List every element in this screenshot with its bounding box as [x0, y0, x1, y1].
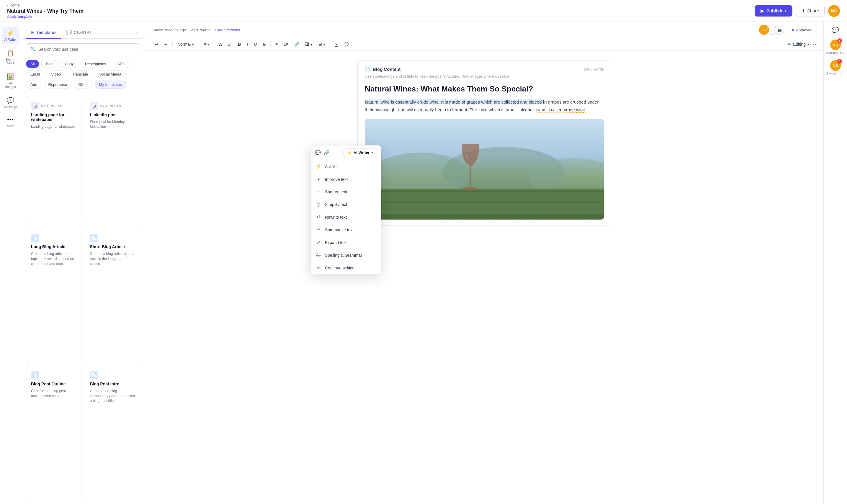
formula-button[interactable]: ∑ — [332, 40, 340, 48]
template-card-blog-intro[interactable]: 📄 Blog Post Intro Generates a blog intro… — [85, 366, 141, 499]
ai-menu-expand-text[interactable]: ⤢ Expand text — [311, 236, 381, 249]
ai-writer-dropdown: 💬 🔗 ⚡ AI Writer ▾ ⚡ Ask AI ✦ Imp — [310, 145, 381, 274]
bullet-list-button[interactable]: ≡ — [273, 40, 280, 48]
user-avatar[interactable]: NS — [828, 5, 840, 17]
sidebar-item-ai-images[interactable]: 🖼️ AI Images — [2, 70, 19, 91]
numbered-list-button[interactable]: 1≡ — [281, 40, 291, 48]
tag-copy[interactable]: Copy — [60, 60, 78, 68]
publish-button[interactable]: ▶ Publish ▾ — [755, 5, 792, 17]
highlight-button[interactable]: 🖊 — [226, 40, 234, 48]
ai-menu-summarize-text[interactable]: ☰ Summarize text — [311, 223, 381, 236]
tag-seo[interactable]: SEO — [113, 60, 129, 68]
tag-my-templates[interactable]: My templates — [95, 80, 126, 89]
undo-button[interactable]: ↩ — [152, 40, 161, 48]
section-word-count: 2488 words — [584, 67, 604, 71]
blog-content-icon: 📄 — [365, 66, 371, 72]
article-title[interactable]: Natural Wines: What Makes Them So Specia… — [365, 84, 604, 93]
tag-ads[interactable]: Ads — [26, 80, 41, 89]
comment-btn-toolbar[interactable]: 💬 — [341, 40, 351, 48]
card-title: LinkedIn post — [90, 112, 136, 117]
card-desc: Short post for Monday Motivation — [90, 120, 136, 129]
brief-seo-icon: 📋 — [7, 50, 14, 57]
tag-other[interactable]: Other — [74, 80, 92, 89]
card-title: Long Blog Article — [31, 244, 76, 249]
ai-menu-improve-text[interactable]: ✦ Improve text — [311, 173, 381, 186]
template-card-short-blog[interactable]: 📄 Short Blog Article Creates a blog arti… — [85, 229, 141, 362]
tag-email[interactable]: Email — [26, 70, 44, 78]
link-button[interactable]: 🔗 — [292, 40, 302, 48]
template-card-landing-whitepaper[interactable]: ⊞ MY TEMPLATE Landing page for whitepape… — [26, 97, 82, 225]
template-card-long-blog[interactable]: 📄 Long Blog Article Creates a blog artic… — [26, 229, 82, 362]
article-body[interactable]: Natural wine is essentially crude wine. … — [365, 98, 604, 113]
tag-all[interactable]: All — [26, 60, 39, 68]
content-card: 📄 Blog Content 2488 words Use subheading… — [357, 60, 611, 226]
publish-icon: ▶ — [760, 8, 764, 14]
italic-button[interactable]: I — [245, 40, 250, 48]
spelling-grammar-icon: Aᵥ — [316, 252, 321, 258]
comment-name-1: @sssoph... commen... — [826, 51, 845, 54]
template-card-linkedin-post[interactable]: ⊞ MY TEMPLATE LinkedIn post Short post f… — [85, 97, 141, 225]
sidebar-item-ai-writer[interactable]: ⚡ AI Writer — [2, 26, 19, 44]
strikethrough-button[interactable]: S — [260, 40, 268, 48]
tab-templates[interactable]: ⊞ Templates — [26, 26, 61, 39]
link-dropdown-icon[interactable]: 🔗 — [324, 150, 330, 156]
back-link[interactable]: ‹ Home — [7, 3, 84, 7]
style-label: Normal — [177, 42, 191, 47]
comment-thread-1: NS 8 @sssoph... commen... — [826, 39, 845, 54]
redo-button[interactable]: ↪ — [162, 40, 170, 48]
approved-badge[interactable]: Approved — [788, 26, 816, 34]
publish-label: Publish — [767, 8, 782, 13]
sidebar-item-more[interactable]: ••• More — [2, 114, 19, 131]
style-chevron-icon: ▾ — [192, 42, 194, 47]
style-select[interactable]: Normal ▾ — [175, 40, 196, 48]
left-sidebar: ⚡ AI Writer 📋 Brief + SEO 🖼️ AI Images 💬… — [0, 22, 21, 504]
sidebar-item-brief-seo[interactable]: 📋 Brief + SEO — [2, 47, 19, 68]
underline-button[interactable]: U — [251, 40, 259, 48]
right-sidebar: 💬 NS 8 @sssoph... commen... NS 8 @sssoph… — [823, 22, 847, 504]
filter-tags: All Blog Copy Descriptions SEO Email Vid… — [21, 60, 145, 92]
editing-chevron-icon[interactable]: ▾ — [808, 42, 809, 46]
add-comment-icon[interactable]: 💬 — [832, 26, 839, 34]
editor-content[interactable]: 📄 Blog Content 2488 words Use subheading… — [145, 51, 823, 235]
ai-menu-shorten-text[interactable]: ↔ Shorten text — [311, 186, 381, 198]
ai-menu-rewrite-text[interactable]: ↺ Rewrite text — [311, 211, 381, 223]
align-button[interactable]: ≡ ▾ — [201, 40, 212, 48]
tag-descriptions[interactable]: Descriptions — [80, 60, 111, 68]
card-title: Short Blog Article — [90, 244, 136, 249]
ai-menu-spelling-grammar[interactable]: Aᵥ Spelling & Grammar — [311, 249, 381, 262]
older-versions-link[interactable]: Older versions — [215, 28, 240, 32]
tag-blog[interactable]: Blog — [41, 60, 58, 68]
comment-dropdown-icon[interactable]: 💬 — [315, 150, 321, 156]
tab-templates-label: Templates — [36, 30, 56, 35]
more-options-icon[interactable]: ⋯ — [811, 41, 816, 48]
template-grid: ⊞ MY TEMPLATE Landing page for whitepape… — [21, 92, 145, 504]
card-icon: ⊞ — [31, 102, 39, 110]
toolbar-separator-3 — [214, 41, 214, 47]
template-card-blog-outline[interactable]: 📄 Blog Post Outline Generates a blog pos… — [26, 366, 82, 499]
ai-menu-simplify-text[interactable]: ◎ Simplify text — [311, 198, 381, 211]
tab-chatgpt[interactable]: 💬 ChatGPT — [61, 26, 97, 39]
bold-button[interactable]: B — [235, 40, 243, 48]
tag-translate[interactable]: Translate — [68, 70, 93, 78]
sidebar-item-message[interactable]: 💬 Message — [2, 94, 19, 111]
ai-bolt-icon: ⚡ — [347, 150, 352, 155]
panel-collapse-icon[interactable]: ‹ — [134, 28, 140, 37]
expand-text-icon: ⤢ — [316, 240, 321, 245]
content-card-title: 📄 Blog Content — [365, 66, 400, 72]
ai-menu-continue-writing[interactable]: ✏ Continue writing — [311, 262, 381, 274]
tag-social-media[interactable]: Social Media — [95, 70, 125, 78]
share-button[interactable]: ⬆ Share — [796, 5, 825, 17]
tag-video[interactable]: Video — [47, 70, 66, 78]
text-color-button[interactable]: A — [217, 40, 224, 48]
ai-writer-dropdown-btn[interactable]: ⚡ AI Writer ▾ — [343, 148, 377, 157]
search-input[interactable] — [38, 47, 136, 52]
ai-menu-ask-ai[interactable]: ⚡ Ask AI — [311, 160, 381, 173]
comment-avatar-2[interactable]: NS 8 — [830, 60, 841, 71]
image-button[interactable]: 🖼 ▾ — [303, 40, 315, 48]
tag-repurpose[interactable]: Repurpose — [44, 80, 71, 89]
table-button[interactable]: ⊞ ▾ — [316, 40, 328, 48]
comment-badge-2: 8 — [837, 59, 842, 64]
apply-template-link[interactable]: Apply template — [7, 14, 84, 19]
comment-avatar-1[interactable]: NS 8 — [830, 39, 841, 50]
ai-writer-chevron-icon: ▾ — [371, 151, 373, 155]
